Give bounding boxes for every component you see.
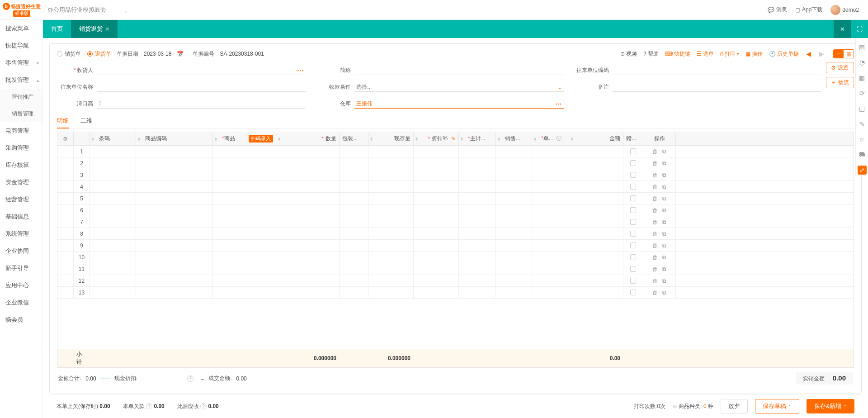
table-row[interactable]: 1🗑⧉: [57, 146, 854, 157]
edit-icon[interactable]: ✎: [451, 136, 456, 142]
rail-star-icon[interactable]: ☆: [858, 135, 867, 144]
copy-icon[interactable]: ⧉: [662, 160, 666, 166]
sidebar-item-2[interactable]: 零售管理▾: [0, 54, 42, 71]
print-button[interactable]: ⎙打印▾: [720, 50, 739, 58]
kou-input[interactable]: [97, 99, 306, 109]
sidebar-item-0[interactable]: 搜索菜单: [0, 20, 42, 37]
rail-expand-icon[interactable]: ⤢: [858, 166, 867, 175]
info-icon[interactable]: ⓘ: [556, 135, 561, 142]
subtab-qr[interactable]: 二维: [80, 114, 92, 128]
rail-icon-5[interactable]: ◫: [858, 104, 867, 113]
table-row[interactable]: 3🗑⧉: [57, 169, 854, 181]
table-row[interactable]: 5🗑⧉: [57, 193, 854, 204]
gift-checkbox[interactable]: [630, 290, 636, 295]
gift-checkbox[interactable]: [630, 266, 636, 272]
gift-checkbox[interactable]: [630, 172, 636, 178]
rail-icon-6[interactable]: ✎: [858, 119, 867, 128]
history-button[interactable]: 🕘历史单据: [769, 50, 799, 58]
gift-checkbox[interactable]: [630, 254, 636, 260]
sidebar-item-17[interactable]: 畅会员: [0, 311, 42, 328]
sidebar-item-1[interactable]: 快捷导航: [0, 37, 42, 54]
table-row[interactable]: 9🗑⧉: [57, 240, 854, 252]
operate-button[interactable]: ▦操作: [745, 50, 763, 58]
sidebar-item-13[interactable]: 企业协同: [0, 242, 42, 260]
date-value[interactable]: 2023-03-18: [144, 51, 171, 57]
copy-icon[interactable]: ⧉: [662, 266, 666, 272]
gift-checkbox[interactable]: [630, 242, 636, 248]
help-icon[interactable]: ?: [146, 403, 152, 409]
table-row[interactable]: 8🗑⧉: [57, 228, 854, 240]
table-row[interactable]: 12🗑⧉: [57, 275, 854, 287]
rail-icon-3[interactable]: ▦: [858, 73, 867, 82]
copy-icon[interactable]: ⧉: [662, 254, 666, 261]
col-product[interactable]: ▴▾*商品扫码录入: [213, 132, 276, 145]
ellipsis-icon[interactable]: ⋯: [555, 100, 562, 108]
sidebar-item-6[interactable]: 电商管理: [0, 122, 42, 139]
sidebar-item-16[interactable]: 企业微信: [0, 294, 42, 311]
radio-sales[interactable]: 销货单: [57, 50, 81, 58]
gift-checkbox[interactable]: [630, 207, 636, 213]
table-row[interactable]: 2🗑⧉: [57, 157, 854, 169]
partner-code-input[interactable]: [613, 66, 821, 75]
close-icon[interactable]: ✕: [105, 26, 109, 32]
remark-input[interactable]: [613, 82, 821, 92]
ellipsis-icon[interactable]: ⋯: [297, 67, 304, 74]
settings-button[interactable]: ⚙设置: [826, 62, 854, 73]
table-row[interactable]: 13🗑⧉: [57, 287, 854, 299]
gift-checkbox[interactable]: [630, 160, 636, 166]
user-menu[interactable]: demo2: [830, 5, 859, 15]
delete-icon[interactable]: 🗑: [652, 231, 658, 237]
table-row[interactable]: 10🗑⧉: [57, 252, 854, 263]
next-doc-button[interactable]: ▶: [818, 50, 825, 57]
delete-icon[interactable]: 🗑: [652, 184, 658, 190]
delete-icon[interactable]: 🗑: [652, 278, 658, 284]
col-sale[interactable]: ▴▾销售...: [496, 132, 532, 145]
gift-checkbox[interactable]: [630, 231, 636, 237]
tab-home[interactable]: 首页: [43, 20, 71, 38]
sidebar-item-7[interactable]: 采购管理: [0, 139, 42, 157]
sidebar-item-4[interactable]: 营销推广: [0, 89, 42, 105]
radio-return[interactable]: 退货单: [87, 50, 111, 58]
tab-sales-return[interactable]: 销货退货 ✕: [71, 20, 118, 38]
col-pack[interactable]: 包装...: [340, 132, 368, 145]
sidebar-item-14[interactable]: 新手引导: [0, 260, 42, 277]
cash-discount-input[interactable]: [142, 374, 183, 383]
col-sku[interactable]: ▴▾商品编码: [136, 132, 213, 145]
sidebar-item-10[interactable]: 经营管理: [0, 191, 42, 208]
delete-icon[interactable]: 🗑: [652, 290, 658, 296]
delete-icon[interactable]: 🗑: [652, 266, 658, 272]
col-stock[interactable]: ▴▾现存量: [368, 132, 414, 145]
delete-icon[interactable]: 🗑: [652, 254, 658, 261]
delete-icon[interactable]: 🗑: [652, 219, 658, 225]
fullscreen-button[interactable]: ⛶: [851, 20, 868, 38]
app-download-button[interactable]: ▢ App下载: [795, 6, 822, 14]
col-unit[interactable]: ▴▾*单...ⓘ: [532, 132, 569, 145]
delete-icon[interactable]: 🗑: [652, 172, 658, 178]
shortcut-button[interactable]: ⌨快捷键: [665, 50, 690, 58]
help-button[interactable]: ?帮助: [643, 50, 659, 58]
copy-icon[interactable]: ⧉: [662, 242, 666, 249]
col-gift[interactable]: 赠...: [623, 132, 643, 145]
delete-icon[interactable]: 🗑: [652, 207, 658, 214]
logistics-button[interactable]: ＋物流: [826, 77, 854, 88]
gift-checkbox[interactable]: [630, 219, 636, 225]
save-new-button[interactable]: 保存&新增 ⌃: [807, 399, 854, 413]
rail-icon-2[interactable]: ◔: [858, 58, 867, 67]
pay-terms-select[interactable]: [354, 82, 563, 92]
col-barcode[interactable]: ▴▾条码: [90, 132, 136, 145]
table-row[interactable]: 11🗑⧉: [57, 263, 854, 275]
sidebar-item-12[interactable]: 系统管理: [0, 225, 42, 242]
calendar-icon[interactable]: 📅: [177, 51, 184, 57]
col-qty[interactable]: ▴▾*数量: [276, 132, 340, 145]
sidebar-item-3[interactable]: 批发管理▴: [0, 71, 42, 89]
tab-close-all-button[interactable]: ✕: [834, 20, 851, 38]
delete-icon[interactable]: 🗑: [652, 195, 658, 202]
delete-icon[interactable]: 🗑: [652, 160, 658, 166]
copy-icon[interactable]: ⧉: [662, 172, 666, 178]
subtab-detail[interactable]: 明细: [57, 114, 69, 128]
toggle-icon[interactable]: ⊙: [673, 403, 677, 409]
prev-doc-button[interactable]: ◀: [805, 50, 812, 57]
rail-icon-4[interactable]: ⟳: [858, 89, 867, 98]
sidebar-item-5[interactable]: 销售管理: [0, 105, 42, 122]
rail-icon-1[interactable]: ▤: [858, 43, 867, 52]
